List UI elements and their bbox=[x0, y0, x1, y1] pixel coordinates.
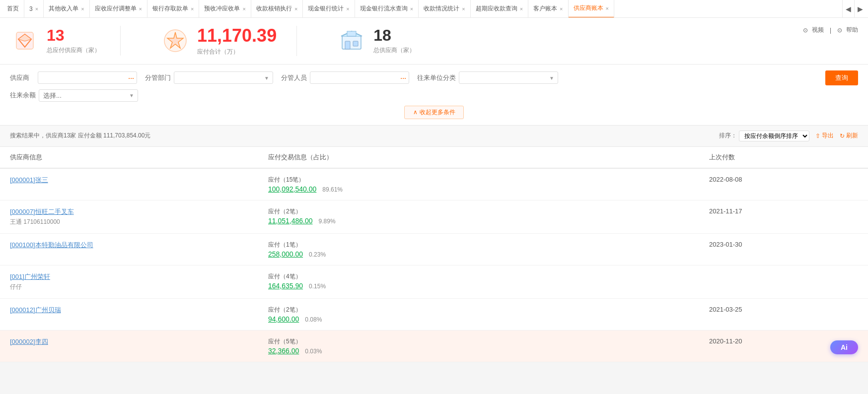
trade-amount[interactable]: 164,635.90 bbox=[268, 282, 303, 290]
stat-total-suppliers-label: 总供应商（家） bbox=[373, 46, 415, 55]
collapse-button[interactable]: 收起更多条件 bbox=[404, 106, 464, 119]
refresh-label: 刷新 bbox=[846, 131, 858, 140]
nav-tab-cash-bank-stat[interactable]: 现金银行统计 × bbox=[303, 0, 355, 18]
filter-dept-select-wrapper bbox=[174, 71, 273, 84]
table-row: [000002]李四 应付（5笔） 32,366.00 0.03% 2020-1… bbox=[0, 330, 868, 362]
nav-tab-cash-bank-flow[interactable]: 现金银行流水查询 × bbox=[355, 0, 419, 18]
nav-tab-ap-adjust-close[interactable]: × bbox=[139, 6, 142, 12]
trade-percent: 0.08% bbox=[305, 316, 322, 323]
collapse-label: 收起更多条件 bbox=[420, 108, 455, 117]
nav-tab-supplier-account[interactable]: 供应商账本 × bbox=[569, 0, 614, 18]
trade-amount[interactable]: 32,366.00 bbox=[268, 347, 299, 355]
nav-tab-other-income-close[interactable]: × bbox=[81, 6, 84, 12]
trade-amount[interactable]: 100,092,540.00 bbox=[268, 185, 316, 193]
nav-tab-ap-adjust[interactable]: 应收应付调整单 × bbox=[90, 0, 147, 18]
nav-tab-collect-stat[interactable]: 收款情况统计 × bbox=[419, 0, 470, 18]
svg-rect-7 bbox=[347, 31, 356, 36]
nav-tab-collect-verify-close[interactable]: × bbox=[294, 6, 297, 12]
results-actions: 排序： 按应付余额倒序排序 ⇧ 导出 ↻ 刷新 bbox=[719, 131, 858, 141]
trade-label: 应付（4笔） bbox=[268, 272, 709, 281]
results-summary: 搜索结果中，供应商13家 应付金额 111,703,854.00元 bbox=[10, 131, 150, 140]
filter-category-select-wrapper bbox=[459, 71, 558, 84]
nav-tab-3-close[interactable]: × bbox=[35, 6, 38, 12]
nav-scroll-right[interactable]: ▶ bbox=[854, 0, 866, 18]
help-icon: ⊙ bbox=[837, 27, 842, 34]
category-select[interactable] bbox=[459, 71, 558, 84]
nav-tab-advance-collect[interactable]: 预收冲应收单 × bbox=[199, 0, 251, 18]
nav-tab-supplier-account-close[interactable]: × bbox=[606, 5, 609, 11]
table-row: [000007]恒旺二手叉车 王通 17106110000 应付（2笔） 11,… bbox=[0, 200, 868, 234]
trade-label: 应付（2笔） bbox=[268, 207, 709, 216]
nav-tab-bank-deposit-close[interactable]: × bbox=[191, 6, 194, 12]
supplier-link-000002[interactable]: [000002]李四 bbox=[10, 338, 48, 345]
nav-tab-bank-deposit[interactable]: 银行存取款单 × bbox=[147, 0, 199, 18]
nav-tab-overdue-collect[interactable]: 超期应收款查询 × bbox=[471, 0, 528, 18]
table-header: 供应商信息 应付交易信息（占比） 上次付数 bbox=[0, 147, 868, 169]
supplier-link-000012[interactable]: [000012]广州贝瑞 bbox=[10, 306, 61, 314]
table-row: [001]广州荣轩 仔仔 应付（4笔） 164,635.90 0.15% bbox=[0, 265, 868, 299]
results-bar: 搜索结果中，供应商13家 应付金额 111,703,854.00元 排序： 按应… bbox=[0, 126, 868, 147]
svg-rect-6 bbox=[353, 41, 358, 46]
filter-row-2: 往来余额 选择... bbox=[10, 89, 858, 102]
nav-scroll-left[interactable]: ◀ bbox=[842, 0, 854, 18]
person-input[interactable] bbox=[310, 71, 409, 84]
export-button[interactable]: ⇧ 导出 bbox=[815, 131, 834, 140]
last-pay-cell: 2021-11-17 bbox=[709, 207, 858, 215]
supplier-link-000001[interactable]: [000001]张三 bbox=[10, 176, 48, 184]
nav-tab-collect-stat-close[interactable]: × bbox=[462, 6, 465, 12]
filter-balance: 往来余额 选择... bbox=[10, 89, 138, 102]
trade-amount[interactable]: 94,600.00 bbox=[268, 315, 299, 323]
trade-label: 应付（15笔） bbox=[268, 176, 709, 184]
top-right-links: ⊙ 视频 | ⊙ 帮助 bbox=[803, 26, 858, 34]
trade-amount-row: 164,635.90 0.15% bbox=[268, 281, 709, 290]
sort-select-dropdown[interactable]: 按应付余额倒序排序 bbox=[739, 131, 809, 141]
stat-payable-suppliers-label: 总应付供应商（家） bbox=[47, 46, 100, 55]
table-row: [000001]张三 应付（15笔） 100,092,540.00 89.61%… bbox=[0, 169, 868, 200]
nav-tab-advance-collect-close[interactable]: × bbox=[242, 6, 245, 12]
trade-amount[interactable]: 11,051,486.00 bbox=[268, 217, 313, 225]
supplier-input[interactable] bbox=[38, 71, 137, 84]
sort-control[interactable]: 排序： 按应付余额倒序排序 bbox=[719, 131, 809, 141]
trade-amount[interactable]: 258,000.00 bbox=[268, 250, 303, 258]
nav-tab-cash-bank-flow-close[interactable]: × bbox=[410, 6, 413, 12]
nav-tab-collect-verify[interactable]: 收款核销执行 × bbox=[251, 0, 303, 18]
nav-tab-overdue-collect-close[interactable]: × bbox=[520, 6, 523, 12]
table-container: 供应商信息 应付交易信息（占比） 上次付数 [000001]张三 应付（15笔）… bbox=[0, 147, 868, 362]
supplier-cell: [000100]本特勤油品有限公司 bbox=[10, 241, 268, 250]
trade-amount-row: 32,366.00 0.03% bbox=[268, 346, 709, 355]
nav-tab-cash-bank-stat-close[interactable]: × bbox=[346, 6, 349, 12]
nav-tab-customer-account[interactable]: 客户账本 × bbox=[528, 0, 568, 18]
nav-tab-customer-account-close[interactable]: × bbox=[560, 6, 563, 12]
balance-select[interactable]: 选择... bbox=[39, 89, 138, 102]
supplier-link-001[interactable]: [001]广州荣轩 bbox=[10, 273, 50, 280]
ai-button[interactable]: Ai bbox=[830, 340, 858, 354]
supplier-link-000007[interactable]: [000007]恒旺二手叉车 bbox=[10, 208, 74, 215]
trade-label: 应付（2笔） bbox=[268, 306, 709, 314]
dept-select[interactable] bbox=[174, 71, 273, 84]
video-link[interactable]: 视频 bbox=[812, 26, 824, 34]
nav-tab-3[interactable]: 3 × bbox=[24, 0, 44, 18]
trade-cell: 应付（15笔） 100,092,540.00 89.61% bbox=[268, 176, 709, 193]
nav-tab-overdue-collect-label: 超期应收款查询 bbox=[476, 4, 517, 13]
nav-tab-customer-account-label: 客户账本 bbox=[533, 4, 557, 13]
stat-payable-suppliers-content: 13 总应付供应商（家） bbox=[47, 27, 100, 55]
supplier-cell: [000002]李四 bbox=[10, 337, 268, 346]
nav-tab-home[interactable]: 首页 bbox=[2, 0, 24, 18]
table-row: [000100]本特勤油品有限公司 应付（1笔） 258,000.00 0.23… bbox=[0, 234, 868, 265]
last-pay-cell: 2023-01-30 bbox=[709, 241, 858, 248]
filter-person: 分管人员 ··· bbox=[281, 71, 409, 84]
nav-tab-other-income-label: 其他收入单 bbox=[49, 4, 78, 13]
trade-label: 应付（1笔） bbox=[268, 241, 709, 249]
store-icon bbox=[337, 26, 366, 56]
col-header-last-pay: 上次付数 bbox=[709, 153, 858, 162]
stat-total-suppliers: 18 总供应商（家） bbox=[317, 26, 435, 56]
nav-tab-other-income[interactable]: 其他收入单 × bbox=[44, 0, 89, 18]
filter-dept: 分管部门 bbox=[145, 71, 273, 84]
filter-dept-label: 分管部门 bbox=[145, 73, 171, 82]
nav-tab-collect-stat-label: 收款情况统计 bbox=[424, 4, 459, 13]
help-link[interactable]: 帮助 bbox=[846, 26, 858, 34]
refresh-button[interactable]: ↻ 刷新 bbox=[840, 131, 858, 140]
supplier-link-000100[interactable]: [000100]本特勤油品有限公司 bbox=[10, 241, 93, 249]
stat-payable-amount-label: 应付合计（万） bbox=[197, 48, 277, 56]
query-button[interactable]: 查询 bbox=[825, 70, 858, 85]
